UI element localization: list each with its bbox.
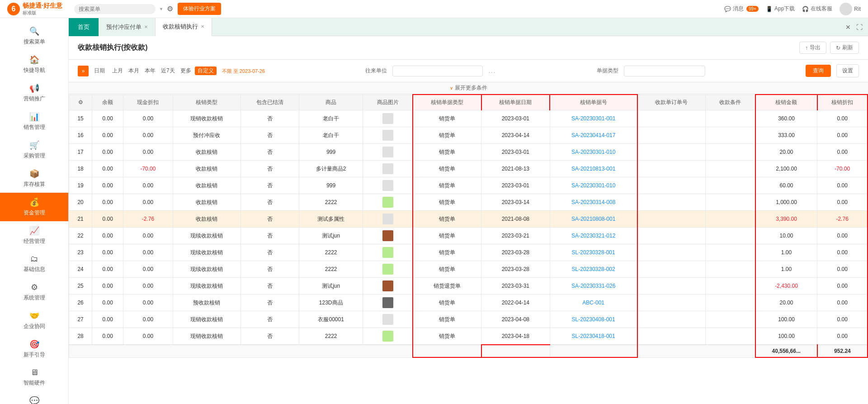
- tab-home[interactable]: 首页: [69, 18, 99, 36]
- sidebar-item-hardware[interactable]: 🖥 智能硬件: [0, 363, 68, 391]
- cell-receipt-order: [637, 328, 706, 345]
- footer-col-verify-bill-no: [550, 345, 637, 357]
- sidebar-item-basic-info[interactable]: 🗂 基础信息: [0, 250, 68, 278]
- online-service-button[interactable]: 🎧 在线客服: [802, 5, 832, 13]
- verify-bill-link[interactable]: SA-20210813-001: [571, 166, 615, 172]
- cell-verify-type: 现续收款核销: [173, 261, 241, 278]
- table-row: 26 0.00 0.00 预收款核销 否 123D商品 销货单 2022-04-…: [69, 295, 868, 311]
- cell-receipt-order: [637, 311, 706, 328]
- cell-receipt-condition: [705, 295, 755, 311]
- industry-solution-button[interactable]: 体验行业方案: [178, 3, 221, 15]
- cell-verify-bill-date: 2023-04-18: [481, 328, 550, 345]
- setting-button[interactable]: 设置: [836, 64, 859, 77]
- this-month-button[interactable]: 本月: [127, 66, 141, 76]
- custom-date-button[interactable]: 自定义: [195, 67, 217, 75]
- cell-verify-amount: 360.00: [755, 110, 817, 127]
- cell-verify-amount: 2,100.00: [755, 161, 817, 177]
- partner-dots[interactable]: ...: [488, 67, 496, 74]
- sidebar-item-operations[interactable]: 📈 经营管理: [0, 221, 68, 250]
- cell-product-img: [363, 278, 413, 295]
- verify-bill-link[interactable]: SA-20210808-001: [571, 216, 615, 222]
- brand-name: 畅捷通·好生意: [23, 2, 62, 10]
- hardware-icon: 🖥: [30, 368, 38, 377]
- user-avatar-button[interactable]: Rit: [840, 3, 861, 15]
- partner-input[interactable]: [392, 66, 483, 76]
- online-service-label: 在线客服: [811, 5, 832, 13]
- cell-product-img: [363, 177, 413, 194]
- this-year-button[interactable]: 本年: [143, 66, 157, 76]
- cell-balance: 0.00: [92, 177, 123, 194]
- last-month-button[interactable]: 上月: [110, 66, 125, 76]
- verify-bill-link[interactable]: SL-20230418-001: [572, 333, 615, 339]
- verify-bill-link[interactable]: SA-20230331-026: [571, 283, 615, 289]
- search-dropdown-arrow[interactable]: ▾: [160, 6, 162, 11]
- sidebar-item-search[interactable]: 🔍 搜索菜单: [0, 22, 68, 50]
- search-input[interactable]: [74, 4, 156, 14]
- sidebar-item-wechat[interactable]: 💬 企业微信: [0, 391, 68, 404]
- tab-verify-close-icon[interactable]: ✕: [201, 24, 204, 29]
- expand-bar: ∨ 展开更多条件: [69, 82, 868, 94]
- table-row: 21 0.00 -2.76 收款核销 否 测试多属性 销货单 2021-08-0…: [69, 211, 868, 228]
- table-body: 15 0.00 0.00 现销收款核销 否 老白干 销货单 2023-03-01…: [69, 110, 868, 345]
- col-receipt-condition: 收款条件: [705, 95, 755, 110]
- cell-cash-discount: 0.00: [123, 261, 173, 278]
- sidebar: 🔍 搜索菜单 🏠 快捷导航 📢 营销推广 📊 销售管理 🛒 采购管理 📦 库存核…: [0, 18, 69, 404]
- verify-bill-link[interactable]: SA-20230301-010: [571, 182, 615, 189]
- cell-receipt-order: [637, 110, 706, 127]
- verify-bill-link[interactable]: SL-20230328-002: [572, 266, 615, 272]
- sidebar-item-finance[interactable]: 💰 资金管理: [0, 193, 68, 221]
- sidebar-label-enterprise: 企业协同: [24, 323, 45, 330]
- expand-label: 展开更多条件: [455, 84, 487, 92]
- cell-verify-bill-no: SA-20230301-010: [550, 144, 637, 161]
- sidebar-item-inventory[interactable]: 📦 库存核算: [0, 164, 68, 193]
- expand-more-button[interactable]: ∨ 展开更多条件: [450, 84, 487, 92]
- sidebar-label-guide: 新手引导: [24, 351, 45, 359]
- last-7days-button[interactable]: 近7天: [159, 66, 177, 76]
- verify-bill-link[interactable]: SA-20230301-010: [571, 149, 615, 155]
- cell-receipt-condition: [705, 261, 755, 278]
- cell-receipt-condition: [705, 311, 755, 328]
- cell-verify-bill-type: 销货单: [413, 244, 481, 261]
- cell-verify-bill-date: 2023-03-28: [481, 244, 550, 261]
- verify-bill-link[interactable]: SA-20230321-012: [571, 233, 615, 239]
- tab-prepay[interactable]: 预付冲应付单 ✕: [99, 18, 156, 36]
- tab-verify[interactable]: 收款核销执行 ✕: [156, 18, 212, 36]
- partner-label: 往来单位: [365, 67, 387, 75]
- verify-bill-link[interactable]: SA-20230301-001: [571, 115, 615, 122]
- tab-close-button[interactable]: ✕: [844, 22, 853, 33]
- messages-button[interactable]: 💬 消息 99+: [724, 5, 759, 13]
- cell-verify-amount: 60.00: [755, 177, 817, 194]
- verify-bill-link[interactable]: SA-20230414-017: [571, 132, 615, 138]
- sidebar-item-enterprise[interactable]: 🤝 企业协同: [0, 306, 68, 335]
- export-button[interactable]: ↑ 导出: [799, 42, 826, 54]
- more-date-button[interactable]: 更多: [179, 66, 193, 76]
- verify-bill-link[interactable]: SL-20230328-001: [572, 249, 615, 256]
- verify-bill-link[interactable]: ABC-001: [582, 299, 604, 306]
- filter-toggle-button[interactable]: »: [78, 66, 89, 76]
- sidebar-item-system[interactable]: ⚙ 系统管理: [0, 278, 68, 306]
- sidebar-item-purchase[interactable]: 🛒 采购管理: [0, 136, 68, 164]
- cell-verify-type: 预付冲应收: [173, 127, 241, 144]
- sidebar-item-marketing[interactable]: 📢 营销推广: [0, 79, 68, 107]
- refresh-button[interactable]: ↻ 刷新: [830, 42, 859, 54]
- tab-prepay-close-icon[interactable]: ✕: [144, 24, 148, 29]
- verify-bill-link[interactable]: SL-20230408-001: [572, 316, 615, 323]
- sidebar-item-sales[interactable]: 📊 销售管理: [0, 107, 68, 136]
- sidebar-item-nav[interactable]: 🏠 快捷导航: [0, 50, 68, 79]
- verify-bill-link[interactable]: SA-20230314-008: [571, 199, 615, 205]
- query-button[interactable]: 查询: [806, 65, 831, 77]
- cell-verify-type: 收款核销: [173, 144, 241, 161]
- cell-receipt-condition: [705, 278, 755, 295]
- tab-expand-button[interactable]: ⛶: [854, 22, 864, 33]
- cell-verify-bill-date: 2023-03-21: [481, 228, 550, 244]
- cell-verify-bill-date: 2023-03-01: [481, 177, 550, 194]
- settings-gear-icon[interactable]: ⚙: [167, 5, 173, 13]
- cell-product: 2222: [299, 244, 363, 261]
- date-filter-label: 日期: [94, 67, 105, 75]
- sidebar-label-sales: 销售管理: [24, 124, 45, 131]
- voucher-type-select[interactable]: [624, 66, 705, 76]
- app-download-button[interactable]: 📱 App下载: [766, 5, 795, 13]
- finance-icon: 💰: [29, 197, 39, 207]
- sidebar-item-guide[interactable]: 🎯 新手引导: [0, 335, 68, 363]
- cell-verify-bill-date: 2023-03-31: [481, 278, 550, 295]
